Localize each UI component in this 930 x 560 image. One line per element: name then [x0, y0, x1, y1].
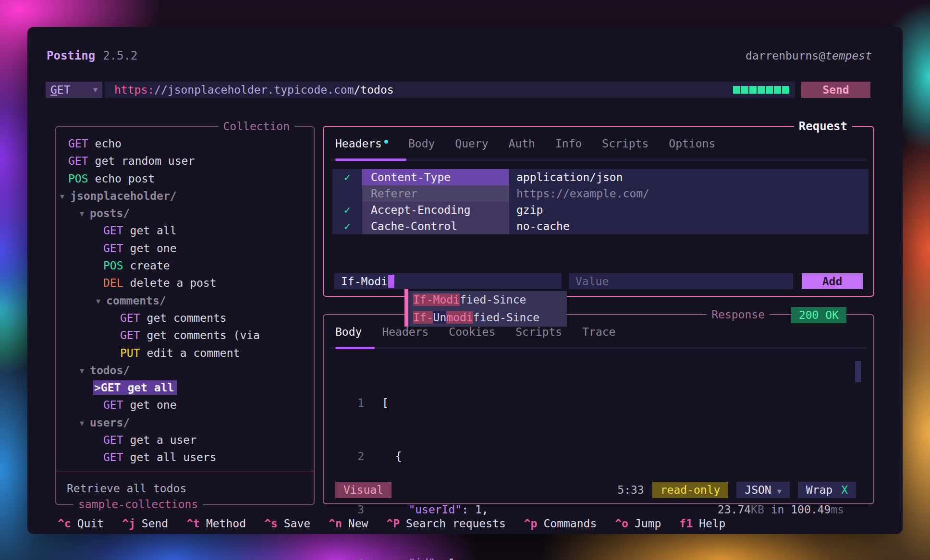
keybinding-save[interactable]: ^sSave	[264, 517, 310, 530]
code-line: 2 {	[329, 448, 871, 465]
tab-scroll-track[interactable]	[330, 158, 867, 161]
header-row[interactable]: ✓ Content-Type application/json	[332, 169, 869, 185]
request-tabs: Headers Body Query Auth Info Scripts Opt…	[335, 135, 862, 152]
collection-tree: GETecho GETget random user POSecho post …	[56, 135, 312, 466]
header-name-input[interactable]: If-Modi	[334, 273, 562, 289]
wrap-toggle[interactable]: WrapX	[798, 482, 856, 498]
tab-response-body[interactable]: Body	[335, 326, 362, 338]
app-version: 2.5.2	[103, 49, 137, 62]
collection-item[interactable]: DELdelete a post	[56, 274, 312, 292]
tab-headers[interactable]: Headers	[335, 137, 388, 150]
method-select[interactable]: GET ▼	[46, 82, 102, 98]
code-line: 1[	[329, 394, 871, 412]
collapse-arrow-icon: ▼	[60, 192, 64, 201]
header-enabled-checkbox[interactable]: ✓	[332, 220, 362, 232]
header-key-cell[interactable]: Content-Type	[362, 169, 509, 185]
header-value-cell[interactable]: application/json	[509, 169, 869, 185]
header-enabled-checkbox[interactable]: ✓	[332, 171, 362, 183]
header-value-cell[interactable]: https://example.com/	[509, 185, 869, 202]
headers-table: ✓ Content-Type application/json Referer …	[332, 169, 869, 234]
header-row[interactable]: Referer https://example.com/	[332, 185, 869, 202]
collection-item-selected[interactable]: >GETget all	[56, 379, 312, 396]
keybinding-jump[interactable]: ^oJump	[615, 517, 661, 530]
progress-blocks	[733, 86, 789, 94]
readonly-badge: read-only	[652, 482, 729, 498]
header-key-cell[interactable]: Referer	[362, 185, 509, 202]
tab-info[interactable]: Info	[555, 137, 582, 150]
tab-response-scripts[interactable]: Scripts	[515, 326, 562, 338]
tab-scripts[interactable]: Scripts	[602, 137, 649, 150]
tab-scroll-track[interactable]	[330, 347, 867, 349]
collection-item[interactable]: GETget all users	[56, 449, 312, 466]
collection-item[interactable]: GETget a user	[56, 431, 312, 449]
header-enabled-checkbox[interactable]: ✓	[332, 204, 362, 216]
collection-item[interactable]: POScreate	[56, 257, 312, 274]
collection-item[interactable]: PUTedit a comment	[56, 344, 312, 362]
header-row[interactable]: ✓ Accept-Encoding gzip	[332, 202, 869, 218]
collection-folder[interactable]: ▼comments/	[56, 292, 312, 309]
header-value-input[interactable]: Value	[569, 273, 793, 289]
cursor-position: 5:33	[617, 484, 644, 496]
autocomplete-option[interactable]: If-Unmodified-Since	[408, 309, 567, 327]
divider	[56, 472, 314, 472]
collection-item[interactable]: GETget one	[56, 396, 312, 414]
response-toolbar: Visual 5:33 read-only JSON▼ WrapX	[335, 481, 856, 498]
collection-item[interactable]: GETget random user	[56, 152, 312, 170]
collapse-arrow-icon: ▼	[96, 297, 100, 305]
header-key-cell[interactable]: Accept-Encoding	[362, 202, 509, 218]
text-cursor	[388, 275, 394, 288]
collection-folder[interactable]: ▼jsonplaceholder/	[56, 187, 312, 205]
keybinding-method[interactable]: ^tMethod	[186, 517, 246, 530]
url-input[interactable]: https://jsonplaceholder.typicode.com/tod…	[105, 82, 795, 98]
collection-item[interactable]: GETget comments	[56, 309, 312, 327]
response-panel-title: Response	[707, 307, 770, 322]
collection-folder[interactable]: ▼users/	[56, 414, 312, 431]
keybinding-quit[interactable]: ^cQuit	[58, 517, 104, 530]
keybinding-search-requests[interactable]: ^PSearch requests	[386, 517, 505, 530]
modified-dot-icon	[384, 140, 388, 144]
add-header-row: If-Modi Value Add	[324, 273, 873, 289]
collection-panel: Collection GETecho GETget random user PO…	[55, 126, 315, 505]
chevron-down-icon: ▼	[777, 487, 782, 496]
format-select[interactable]: JSON▼	[736, 482, 789, 498]
collection-folder[interactable]: ▼todos/	[56, 362, 312, 379]
add-header-button[interactable]: Add	[802, 273, 863, 289]
tab-query[interactable]: Query	[455, 137, 488, 150]
collection-item[interactable]: GETget comments (via	[56, 327, 312, 344]
collection-item[interactable]: POSecho post	[56, 170, 312, 187]
autocomplete-option[interactable]: If-Modified-Since	[408, 291, 567, 309]
mode-badge[interactable]: Visual	[335, 482, 392, 498]
chevron-down-icon: ▼	[93, 85, 98, 94]
collection-folder[interactable]: ▼posts/	[56, 205, 312, 222]
footer-keybindings: ^cQuit ^jSend ^tMethod ^sSave ^nNew ^PSe…	[58, 516, 893, 531]
tab-options[interactable]: Options	[669, 137, 715, 150]
tab-body[interactable]: Body	[408, 137, 435, 150]
url-row: GET ▼ https://jsonplaceholder.typicode.c…	[46, 82, 898, 98]
scrollbar-thumb[interactable]	[855, 361, 861, 382]
app-title: Posting2.5.2	[47, 49, 137, 62]
titlebar: Posting2.5.2 darrenburns@tempest	[47, 48, 872, 63]
request-panel-title: Request	[794, 119, 852, 134]
user-host: darrenburns@tempest	[746, 49, 872, 62]
status-badge: 200 OK	[791, 307, 846, 323]
collection-item[interactable]: GETecho	[56, 135, 312, 152]
active-tab-underline	[335, 347, 375, 349]
keybinding-help[interactable]: f1Help	[679, 517, 725, 530]
header-value-cell[interactable]: no-cache	[509, 218, 869, 234]
active-tab-underline	[335, 158, 406, 161]
header-value-cell[interactable]: gzip	[509, 202, 869, 218]
keybinding-new[interactable]: ^nNew	[329, 517, 368, 530]
collection-item[interactable]: GETget all	[56, 222, 312, 239]
keybinding-send[interactable]: ^jSend	[122, 517, 168, 530]
send-button[interactable]: Send	[801, 82, 870, 98]
header-key-cell[interactable]: Cache-Control	[362, 218, 509, 234]
code-line: 4 "id": 1,	[329, 554, 871, 560]
collection-item[interactable]: GETget one	[56, 240, 312, 257]
request-panel: Request Headers Body Query Auth Info Scr…	[323, 126, 874, 297]
header-row[interactable]: ✓ Cache-Control no-cache	[332, 218, 869, 234]
tab-response-cookies[interactable]: Cookies	[449, 326, 495, 338]
tab-response-trace[interactable]: Trace	[582, 326, 615, 338]
keybinding-commands[interactable]: ^pCommands	[524, 517, 597, 530]
tab-response-headers[interactable]: Headers	[382, 326, 428, 338]
tab-auth[interactable]: Auth	[509, 137, 535, 150]
